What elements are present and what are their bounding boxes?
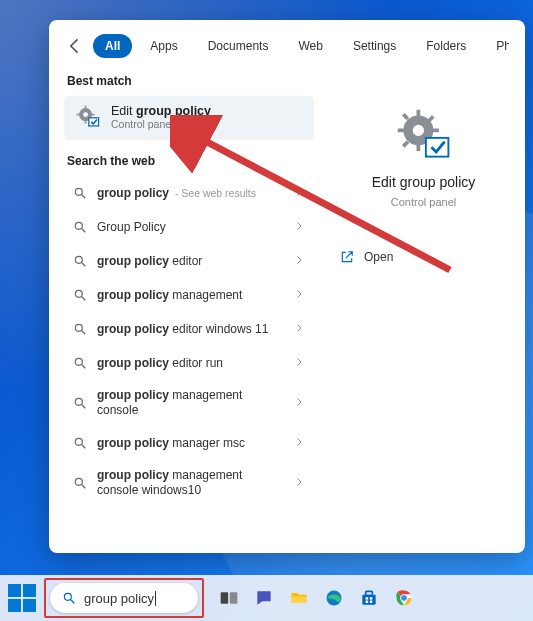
start-button[interactable]: [8, 584, 36, 612]
chevron-right-icon: [293, 476, 305, 488]
search-icon: [73, 476, 87, 490]
file-explorer-icon[interactable]: [286, 585, 312, 611]
tab-web[interactable]: Web: [286, 34, 334, 58]
panel-header: All Apps Documents Web Settings Folders …: [49, 20, 525, 68]
svg-line-38: [71, 600, 75, 604]
tab-all[interactable]: All: [93, 34, 132, 58]
svg-rect-4: [77, 114, 80, 116]
tab-settings[interactable]: Settings: [341, 34, 408, 58]
chevron-right-icon: [293, 220, 305, 232]
web-result-item[interactable]: group policy management console windows1…: [65, 460, 313, 506]
task-view-icon[interactable]: [216, 585, 242, 611]
web-result-text: group policy editor: [97, 254, 202, 269]
svg-point-19: [75, 398, 82, 405]
svg-rect-33: [401, 140, 408, 147]
best-match-item[interactable]: Edit group policy Control panel: [65, 96, 313, 138]
svg-rect-31: [401, 113, 408, 120]
svg-point-17: [75, 358, 82, 365]
search-panel: All Apps Documents Web Settings Folders …: [49, 20, 525, 553]
chevron-right-icon: [293, 436, 305, 448]
svg-point-1: [83, 112, 88, 117]
svg-rect-39: [221, 592, 229, 604]
svg-point-13: [75, 290, 82, 297]
svg-point-21: [75, 438, 82, 445]
svg-rect-47: [366, 601, 369, 604]
chat-icon[interactable]: [251, 585, 277, 611]
chrome-icon[interactable]: [391, 585, 417, 611]
tab-documents[interactable]: Documents: [196, 34, 281, 58]
back-icon[interactable]: [65, 36, 85, 56]
svg-point-26: [412, 125, 423, 136]
svg-rect-46: [370, 597, 373, 600]
svg-rect-3: [85, 120, 87, 123]
search-icon: [73, 254, 87, 268]
svg-rect-35: [425, 138, 448, 157]
taskbar-search-value: group policy: [84, 591, 156, 606]
svg-line-10: [82, 229, 86, 233]
web-result-item[interactable]: group policy editor run: [65, 346, 313, 380]
web-result-text: group policy management console: [97, 388, 283, 418]
web-result-item[interactable]: group policy editor: [65, 244, 313, 278]
chevron-right-icon: [293, 186, 305, 198]
svg-point-11: [75, 256, 82, 263]
svg-rect-27: [416, 110, 420, 118]
taskbar: group policy: [0, 575, 533, 621]
svg-line-24: [82, 485, 86, 489]
open-label: Open: [364, 250, 393, 264]
best-match-title-pre: Edit: [111, 104, 136, 118]
svg-rect-2: [85, 106, 87, 109]
best-match-subtitle: Control panel: [111, 118, 211, 130]
web-result-item[interactable]: group policy management console: [65, 380, 313, 426]
open-button[interactable]: Open: [334, 240, 513, 274]
svg-rect-29: [397, 129, 405, 133]
open-icon: [340, 250, 354, 264]
chevron-right-icon: [293, 356, 305, 368]
svg-line-20: [82, 405, 86, 409]
web-result-item[interactable]: group policy - See web results: [65, 176, 313, 210]
preview-column: Edit group policy Control panel Open: [321, 68, 525, 553]
chevron-right-icon: [293, 254, 305, 266]
svg-point-9: [75, 222, 82, 229]
web-result-item[interactable]: group policy management: [65, 278, 313, 312]
web-result-text: group policy editor run: [97, 356, 223, 371]
svg-point-23: [75, 478, 82, 485]
svg-rect-6: [89, 118, 99, 126]
store-icon[interactable]: [356, 585, 382, 611]
best-match-title-bold: group policy: [136, 104, 211, 118]
annotation-highlight: group policy: [44, 578, 204, 618]
svg-point-7: [75, 188, 82, 195]
search-icon: [73, 356, 87, 370]
svg-rect-45: [366, 597, 369, 600]
search-icon: [73, 186, 87, 200]
web-result-text: Group Policy: [97, 220, 166, 235]
svg-rect-5: [91, 114, 94, 116]
svg-line-22: [82, 445, 86, 449]
svg-rect-44: [366, 591, 373, 595]
web-result-item[interactable]: group policy manager msc: [65, 426, 313, 460]
results-column: Best match Edit group policy Control pan…: [49, 68, 321, 553]
tab-folders[interactable]: Folders: [414, 34, 478, 58]
best-match-label: Best match: [67, 74, 313, 88]
preview-subtitle: Control panel: [391, 196, 456, 208]
gear-checkbox-icon: [75, 104, 101, 130]
chevron-right-icon: [293, 288, 305, 300]
taskbar-icons: [216, 585, 417, 611]
search-icon: [62, 591, 76, 605]
web-result-text: group policy manager msc: [97, 436, 245, 451]
search-icon: [73, 220, 87, 234]
tab-photos[interactable]: Photos: [484, 34, 509, 58]
taskbar-search-box[interactable]: group policy: [50, 583, 198, 613]
tab-apps[interactable]: Apps: [138, 34, 189, 58]
web-result-item[interactable]: group policy editor windows 11: [65, 312, 313, 346]
svg-rect-41: [292, 596, 307, 603]
search-icon: [73, 322, 87, 336]
svg-point-15: [75, 324, 82, 331]
chevron-right-icon: [293, 396, 305, 408]
web-result-item[interactable]: Group Policy: [65, 210, 313, 244]
preview-title: Edit group policy: [372, 174, 476, 190]
preview-box: Edit group policy Control panel: [334, 94, 513, 218]
search-icon: [73, 396, 87, 410]
svg-line-8: [82, 195, 86, 199]
edge-icon[interactable]: [321, 585, 347, 611]
svg-rect-40: [230, 592, 238, 604]
